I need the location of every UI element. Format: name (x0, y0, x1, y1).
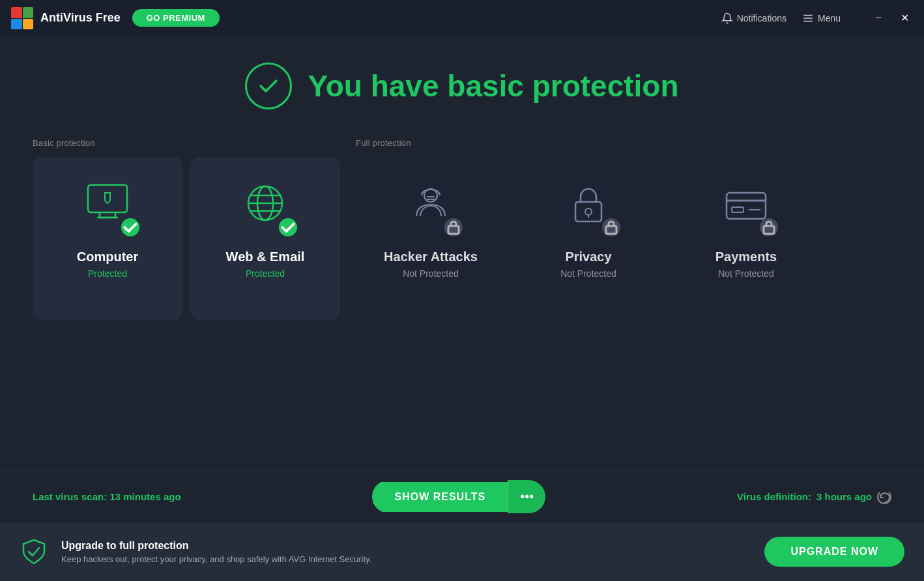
hacker-attacks-card-status: Not Protected (403, 268, 459, 279)
full-cards-row: Hacker Attacks Not Protected (356, 157, 891, 320)
show-results-group: SHOW RESULTS ••• (372, 480, 545, 513)
basic-cards-row: Computer Protected (33, 157, 340, 320)
check-badge-icon (121, 201, 139, 253)
go-premium-button[interactable]: GO PREMIUM (132, 9, 220, 27)
status-check-circle (245, 63, 292, 109)
computer-card-status: Protected (88, 268, 127, 279)
payments-card[interactable]: Payments Not Protected (671, 157, 821, 320)
upgrade-title: Upgrade to full protection (61, 540, 751, 552)
scan-bar: Last virus scan: 13 minutes ago SHOW RES… (0, 470, 924, 522)
hero-title: You have basic protection (308, 68, 678, 104)
upgrade-subtitle: Keep hackers out, protect your privacy, … (61, 554, 751, 564)
upgrade-now-button[interactable]: UPGRADE NOW (764, 537, 904, 567)
privacy-lock-badge (602, 218, 620, 236)
main-content: You have basic protection Basic protecti… (0, 36, 924, 522)
menu-icon (802, 12, 814, 24)
refresh-icon[interactable] (877, 490, 891, 504)
menu-button[interactable]: Menu (802, 12, 841, 24)
hacker-attacks-card[interactable]: Hacker Attacks Not Protected (356, 157, 506, 320)
svg-rect-2 (23, 7, 33, 18)
upgrade-shield-icon (20, 537, 48, 566)
minimize-button[interactable]: − (869, 9, 888, 27)
privacy-icon-wrap (559, 175, 618, 234)
full-protection-section: Full protection (356, 138, 891, 320)
payments-lock-badge (760, 218, 778, 236)
payments-card-status: Not Protected (718, 268, 774, 279)
last-scan-info: Last virus scan: 13 minutes ago (33, 491, 181, 502)
lock-badge-icon3 (760, 201, 778, 253)
hacker-attacks-card-name: Hacker Attacks (384, 249, 478, 264)
basic-protection-section: Basic protection (33, 138, 340, 320)
hero-section: You have basic protection (33, 63, 891, 109)
payments-icon-wrap (717, 175, 775, 234)
lock-badge-icon2 (602, 201, 620, 253)
privacy-card[interactable]: Privacy Not Protected (513, 157, 663, 320)
svg-rect-18 (448, 226, 459, 234)
hacker-lock-badge (444, 218, 463, 236)
lock-badge-icon (444, 201, 463, 253)
computer-card[interactable]: Computer Protected (33, 157, 182, 320)
full-section-label: Full protection (356, 138, 891, 148)
svg-rect-19 (575, 202, 601, 221)
svg-rect-1 (11, 7, 22, 18)
svg-rect-22 (606, 226, 616, 234)
bell-icon (721, 12, 733, 24)
avg-logo-icon (10, 7, 34, 30)
upgrade-footer: Upgrade to full protection Keep hackers … (0, 522, 924, 581)
web-email-icon-wrap (236, 175, 295, 234)
computer-icon-wrap (78, 175, 137, 234)
basic-section-label: Basic protection (33, 138, 340, 148)
computer-badge (121, 218, 139, 236)
privacy-card-status: Not Protected (560, 268, 616, 279)
categories-wrapper: Basic protection (33, 138, 891, 320)
svg-rect-4 (23, 19, 33, 29)
web-email-card[interactable]: Web & Email Protected (190, 157, 340, 320)
upgrade-text: Upgrade to full protection Keep hackers … (61, 540, 751, 564)
titlebar-right: Notifications Menu − ✕ (721, 9, 914, 27)
virus-definition-info: Virus definition: 3 hours ago (737, 490, 891, 504)
svg-rect-25 (732, 207, 744, 212)
show-results-more-button[interactable]: ••• (508, 480, 545, 513)
window-controls: − ✕ (869, 9, 914, 27)
svg-rect-27 (764, 226, 774, 234)
close-button[interactable]: ✕ (895, 9, 914, 27)
check-badge-icon (279, 201, 297, 253)
notifications-button[interactable]: Notifications (721, 12, 787, 24)
hacker-icon-wrap (401, 175, 460, 234)
web-email-badge (279, 218, 297, 236)
checkmark-icon (257, 74, 280, 98)
web-email-card-status: Protected (246, 268, 285, 279)
app-title: AntiVirus Free (40, 11, 121, 25)
svg-rect-3 (11, 19, 22, 29)
svg-point-20 (585, 208, 592, 215)
app-logo-group: AntiVirus Free (10, 7, 121, 30)
section-gap (340, 138, 356, 320)
titlebar: AntiVirus Free GO PREMIUM Notifications … (0, 0, 924, 36)
show-results-button[interactable]: SHOW RESULTS (372, 482, 508, 512)
